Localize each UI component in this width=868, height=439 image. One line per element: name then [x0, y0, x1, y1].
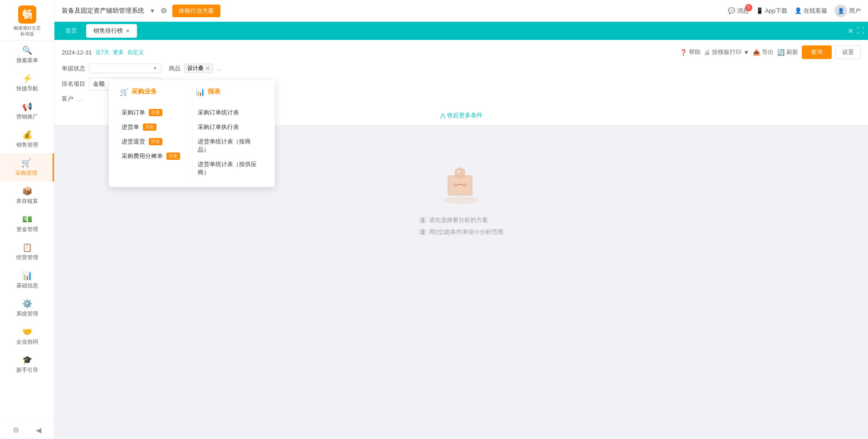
purchase-order-label: 采购订单 [122, 109, 145, 117]
tab-home[interactable]: 首页 [58, 24, 84, 38]
sidebar-item-system[interactable]: ⚙️ 系统管理 [0, 294, 54, 322]
sidebar-item-enterprise[interactable]: 🤝 企业协同 [0, 322, 54, 350]
menu-item-purchase-order[interactable]: 采购订单 历史 [120, 105, 188, 120]
query-button[interactable]: 查询 [802, 45, 832, 59]
date-shortcut-7days[interactable]: 近7天 [96, 49, 110, 56]
goods-receipt-stats-supplier-label: 进货单统计表（按供应商） [198, 160, 263, 177]
print-dropdown-icon: ▼ [743, 49, 749, 56]
help-icon: ❓ [680, 49, 687, 56]
app-download-action[interactable]: 📱 App下载 [756, 7, 787, 15]
refresh-action[interactable]: 🔄 刷新 [777, 48, 798, 56]
industry-btn[interactable]: 体验行业方案 [172, 5, 220, 17]
print-action[interactable]: 🖨 按模板打印 ▼ [704, 48, 749, 56]
menu-item-goods-return[interactable]: 进货退货 历史 [120, 134, 188, 149]
sidebar-item-label: 采购管理 [15, 169, 37, 177]
date-shortcut-more[interactable]: 更多 [113, 49, 124, 56]
purchase-expense-history: 历史 [166, 153, 180, 160]
goods-filter: 商品 设计桑 ✕ ... [169, 64, 222, 73]
enterprise-icon: 🤝 [22, 327, 32, 337]
customer-more[interactable]: ... [77, 96, 82, 103]
sidebar-item-inventory[interactable]: 📦 库存核算 [0, 182, 54, 210]
purchase-expense-label: 采购费用分摊单 [122, 152, 163, 160]
sidebar-nav: 🔍 搜索菜单⚡ 快捷导航📢 营销推广💰 销售管理🛒 采购管理📦 库存核算💵 资金… [0, 41, 54, 421]
svg-point-4 [457, 170, 460, 173]
system-dropdown-icon[interactable]: ▼ [150, 8, 155, 14]
operation-icon: 📋 [22, 242, 32, 252]
purchase-dropdown-menu: 🛒 采购业务 采购订单 历史 进货单 历史 进货退货 历史 采购费用分摊单 [109, 80, 275, 187]
sidebar-item-newbie[interactable]: 🎓 新手引导 [0, 350, 54, 379]
menu-item-goods-receipt-stats-goods[interactable]: 进货单统计表（按商品） [196, 134, 264, 157]
setting-button[interactable]: 设置 [835, 45, 861, 59]
maximize-window-icon[interactable]: ⛶ [857, 27, 864, 35]
online-service-label: 在线客服 [804, 7, 827, 15]
date-shortcut-custom[interactable]: 自定义 [127, 49, 144, 56]
sidebar-item-operation[interactable]: 📋 经营管理 [0, 238, 54, 266]
sidebar-item-purchase[interactable]: 🛒 采购管理 [0, 153, 54, 182]
sidebar-item-label: 搜索菜单 [16, 57, 38, 64]
purchase-section-title: 🛒 采购业务 [120, 87, 188, 100]
report-section-label: 报表 [208, 88, 220, 96]
user-action[interactable]: 👤 用户 [834, 5, 861, 17]
sidebar-item-quick[interactable]: ⚡ 快捷导航 [0, 69, 54, 97]
sidebar-footer: ⚙ ◀ [0, 421, 54, 439]
sidebar-item-search[interactable]: 🔍 搜索菜单 [0, 41, 54, 69]
sidebar-item-sales[interactable]: 💰 销售管理 [0, 125, 54, 153]
sidebar-item-basic[interactable]: 📊 基础信息 [0, 266, 54, 294]
sidebar-item-label: 系统管理 [16, 310, 38, 318]
goods-tag-close[interactable]: ✕ [205, 65, 210, 72]
purchase-section-label: 采购业务 [132, 88, 157, 96]
online-service-action[interactable]: 👤 在线客服 [795, 7, 827, 15]
system-gear-icon[interactable]: ⚙ [161, 6, 167, 15]
collapse-chevron-icon: ⋀ [440, 112, 445, 119]
tab-close-icon[interactable]: ✕ [126, 28, 130, 34]
sidebar-item-label: 营销推广 [16, 113, 38, 121]
filter-row-1: 单据状态 ▼ 商品 设计桑 ✕ ... [62, 64, 861, 73]
export-icon: 📤 [753, 49, 760, 56]
collapse-label: 收起更多条件 [447, 111, 483, 119]
sidebar-item-marketing[interactable]: 📢 营销推广 [0, 97, 54, 125]
svg-point-3 [454, 168, 465, 178]
goods-more[interactable]: ... [217, 65, 222, 72]
sidebar-item-label: 库存核算 [16, 197, 38, 205]
collapse-sidebar-icon[interactable]: ◀ [36, 426, 41, 434]
purchase-section: 🛒 采购业务 采购订单 历史 进货单 历史 进货退货 历史 采购费用分摊单 [116, 87, 192, 180]
sidebar-item-label: 销售管理 [16, 141, 38, 149]
logo-version: 标准版 [20, 31, 34, 36]
help-action[interactable]: ❓ 帮助 [680, 48, 701, 56]
tab-sales-rank[interactable]: 销售排行榜 ✕ [86, 24, 137, 38]
filter-toolbar: 2024-12-31 近7天 更多 自定义 ❓ 帮助 🖨 按模板打印 ▼ [62, 45, 861, 59]
mobile-icon: 📱 [756, 7, 763, 14]
content-area: 2024-12-31 近7天 更多 自定义 ❓ 帮助 🖨 按模板打印 ▼ [54, 40, 868, 439]
newbie-icon: 🎓 [22, 355, 32, 365]
top-header: 装备及固定资产辅助管理系统 ▼ ⚙ 体验行业方案 💬 消息 9 📱 App下载 … [54, 0, 868, 22]
sidebar-logo: 畅 畅捷通好生意标准版 [0, 0, 54, 41]
goods-receipt-history: 历史 [143, 123, 156, 131]
basic-icon: 📊 [22, 271, 32, 281]
menu-item-goods-receipt[interactable]: 进货单 历史 [120, 120, 188, 134]
sidebar-item-finance[interactable]: 💵 资金管理 [0, 210, 54, 238]
sidebar: 畅 畅捷通好生意标准版 🔍 搜索菜单⚡ 快捷导航📢 营销推广💰 销售管理🛒 采购… [0, 0, 54, 439]
order-status-select[interactable]: ▼ [89, 64, 161, 73]
service-icon: 👤 [795, 7, 802, 14]
quick-icon: ⚡ [22, 74, 32, 84]
system-icon: ⚙️ [22, 299, 32, 309]
finance-icon: 💵 [22, 214, 32, 224]
refresh-icon: 🔄 [777, 49, 785, 56]
empty-hint-2: 用[过滤]条件来缩小分析范围 [429, 226, 503, 238]
menu-item-purchase-expense[interactable]: 采购费用分摊单 历史 [120, 149, 188, 163]
empty-hint-1: 请先选择要分析的方案 [429, 214, 488, 226]
order-status-filter: 单据状态 ▼ [62, 64, 161, 73]
messages-action[interactable]: 💬 消息 9 [728, 7, 749, 15]
tab-home-label: 首页 [65, 27, 77, 35]
purchase-icon: 🛒 [21, 158, 31, 168]
menu-item-goods-receipt-stats-supplier[interactable]: 进货单统计表（按供应商） [196, 157, 264, 180]
export-action[interactable]: 📤 导出 [753, 48, 774, 56]
menu-item-purchase-order-exec[interactable]: 采购订单执行表 [196, 120, 264, 134]
settings-icon[interactable]: ⚙ [13, 426, 19, 434]
close-window-icon[interactable]: ✕ [848, 27, 853, 35]
system-title: 装备及固定资产辅助管理系统 [62, 7, 144, 15]
sidebar-item-label: 企业协同 [16, 338, 38, 346]
main-area: 装备及固定资产辅助管理系统 ▼ ⚙ 体验行业方案 💬 消息 9 📱 App下载 … [54, 0, 868, 439]
menu-item-purchase-order-stats[interactable]: 采购订单统计表 [196, 105, 264, 120]
tab-sales-rank-label: 销售排行榜 [93, 27, 123, 35]
